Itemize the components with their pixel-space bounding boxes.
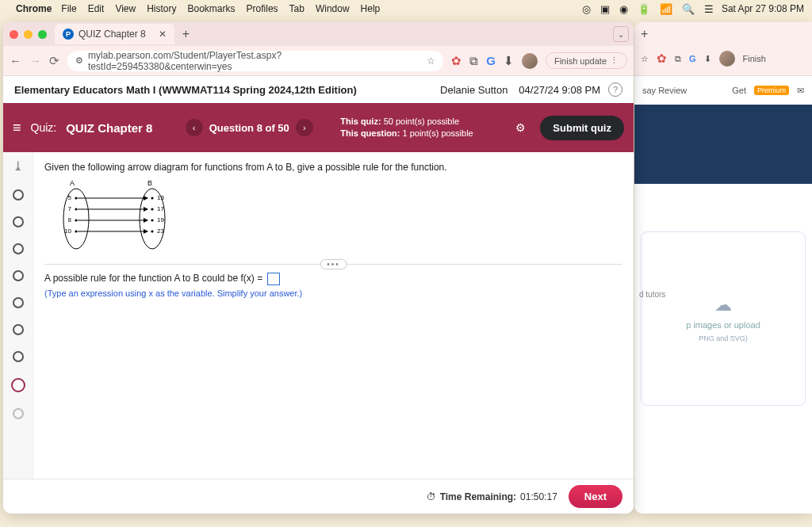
macos-menubar: Chrome File Edit View History Bookmarks … [0,0,812,17]
bg-ext-icon[interactable]: ✿ [657,52,667,66]
submit-quiz-button[interactable]: Submit quiz [540,116,624,140]
address-bar: ← → ⟳ ⚙ mylab.pearson.com/Student/Player… [3,46,634,76]
quiz-menu-icon[interactable]: ≡ [13,120,21,136]
bg-premium-badge[interactable]: Premium [754,86,789,95]
bg-review-link[interactable]: say Review [642,86,687,95]
prev-question-icon[interactable]: ‹ [186,119,203,136]
tab-dropdown-icon[interactable]: ⌄ [613,26,629,42]
svg-text:19: 19 [157,216,164,223]
menu-view[interactable]: View [115,3,136,14]
finish-update-pill[interactable]: Finish update ⋮ [546,52,627,69]
set-a-label: A [70,179,75,187]
menu-history[interactable]: History [147,3,176,14]
bg-new-tab-icon[interactable]: + [641,27,648,41]
bg-avatar[interactable] [719,51,735,67]
menubar-clock[interactable]: Sat Apr 27 9:08 PM [722,3,804,14]
menu-file[interactable]: File [61,3,76,14]
course-header: Elementary Educators Math I (WWWMAT114 S… [3,76,634,103]
menu-profiles[interactable]: Profiles [247,3,278,14]
bg-upload-card[interactable]: ☁ p images or upload PNG and SVG) [641,231,806,406]
question-dot-3[interactable] [13,243,24,254]
expand-icon[interactable]: ••• [320,259,347,269]
browser-tab[interactable]: P QUIZ Chapter 8 ✕ [55,24,174,44]
back-icon[interactable]: ← [10,54,21,67]
quiz-bar: ≡ Quiz: QUIZ Chapter 8 ‹ Question 8 of 5… [3,103,634,152]
svg-point-13 [151,208,153,210]
new-tab-icon[interactable]: + [182,27,190,41]
question-dot-7[interactable] [13,351,24,362]
background-window: + ☆ ✿ ⧉ G ⬇ Finish say Review Get Premiu… [634,22,812,514]
menu-help[interactable]: Help [361,3,381,14]
next-question-icon[interactable]: › [296,119,313,136]
site-info-icon[interactable]: ⚙ [75,55,83,66]
cloud-upload-icon: ☁ [714,295,732,315]
points-info: This quiz: 50 point(s) possible This que… [340,116,473,139]
svg-point-17 [151,230,153,232]
svg-point-5 [75,208,77,210]
reload-icon[interactable]: ⟳ [49,54,59,68]
url-input[interactable]: ⚙ mylab.pearson.com/Student/PlayerTest.a… [67,51,443,71]
download-icon[interactable]: ⬇ [504,54,514,68]
bg-download-icon[interactable]: ⬇ [704,54,711,64]
bg-drop-sub: PNG and SVG) [699,334,748,342]
svg-text:5: 5 [68,194,72,201]
bg-finish-pill[interactable]: Finish [743,54,766,63]
question-nav: ‹ Question 8 of 50 › [186,119,313,136]
minimize-window-icon[interactable] [24,30,33,39]
tab-favicon: P [63,29,74,40]
svg-text:17: 17 [157,205,164,212]
menu-window[interactable]: Window [316,3,350,14]
spotlight-icon[interactable]: 🔍 [682,3,695,15]
tab-close-icon[interactable]: ✕ [159,29,167,40]
svg-point-11 [151,197,153,199]
bg-google-icon[interactable]: G [689,54,696,63]
more-icon: ⋮ [610,55,619,66]
status-icon-3[interactable]: ◉ [619,3,628,15]
status-icon-2[interactable]: ▣ [600,3,610,15]
extension-icon-1[interactable]: ✿ [451,54,462,68]
course-title: Elementary Educators Math I (WWWMAT114 S… [14,84,357,96]
forward-icon[interactable]: → [29,54,41,67]
question-dot-2[interactable] [13,216,24,227]
profile-avatar[interactable] [522,53,538,69]
quiz-label: Quiz: [31,121,57,134]
bg-mail-icon[interactable]: ✉ [797,86,804,96]
answer-lead: A possible rule for the function A to B … [44,273,266,284]
url-text: mylab.pearson.com/Student/PlayerTest.asp… [88,50,422,72]
question-content: Given the following arrow diagram for fu… [33,152,634,479]
bg-drop-text: p images or upload [686,320,760,330]
page-datetime: 04/27/24 9:08 PM [519,84,600,96]
bg-tutors-text: d tutors [639,290,665,299]
question-dot-1[interactable] [13,189,24,200]
menubar-app[interactable]: Chrome [16,3,52,14]
quiz-footer: ⏱ Time Remaining: 01:50:17 Next [3,479,634,514]
bookmark-star-icon[interactable]: ☆ [427,55,435,67]
browser-window: P QUIZ Chapter 8 ✕ + ⌄ ← → ⟳ ⚙ mylab.pea… [3,22,634,514]
sidebar-start-icon[interactable]: ⤓ [13,158,23,174]
google-icon[interactable]: G [486,54,496,67]
question-dot-9[interactable] [13,408,24,419]
control-center-icon[interactable]: ☰ [704,3,714,15]
next-button[interactable]: Next [569,485,622,508]
answer-hint: (Type an expression using x as the varia… [44,288,622,298]
maximize-window-icon[interactable] [38,30,47,39]
question-dot-4[interactable] [13,270,24,281]
close-window-icon[interactable] [10,30,18,39]
menu-tab[interactable]: Tab [289,3,304,14]
answer-input[interactable] [267,273,280,285]
user-name: Delanie Sutton [440,84,508,96]
question-dot-6[interactable] [13,324,24,335]
extension-icon-2[interactable]: ⧉ [469,54,478,68]
bg-puzzle-icon[interactable]: ⧉ [675,54,681,64]
question-dot-current[interactable] [11,378,25,392]
question-dot-5[interactable] [13,297,24,308]
wifi-icon[interactable]: 📶 [660,3,672,15]
window-controls[interactable] [10,30,47,39]
status-icon-1[interactable]: ◎ [582,3,591,15]
settings-icon[interactable]: ⚙ [515,121,526,134]
bg-star-icon[interactable]: ☆ [641,54,649,64]
menu-edit[interactable]: Edit [88,3,105,14]
help-icon[interactable]: ? [608,82,622,97]
menu-bookmarks[interactable]: Bookmarks [188,3,236,14]
battery-icon[interactable]: 🔋 [638,3,650,15]
